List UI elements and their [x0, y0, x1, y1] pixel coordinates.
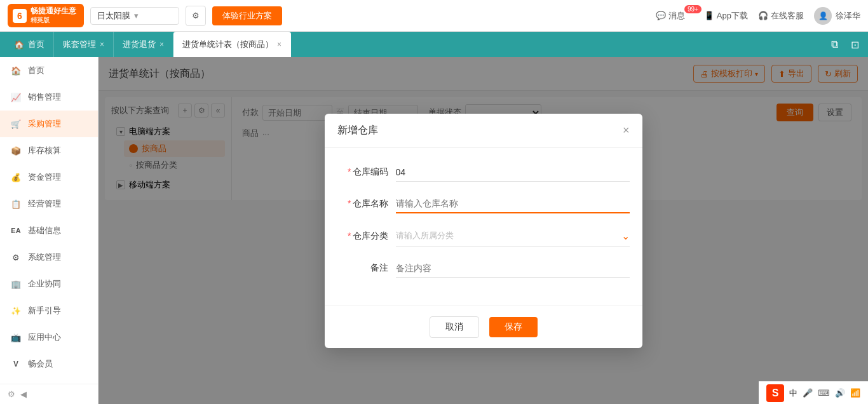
tab-purchase-stats-close[interactable]: ×: [277, 40, 281, 49]
keyboard-icon[interactable]: ⌨: [818, 388, 830, 398]
tab-bar-right: ⧉ ⊡: [827, 37, 863, 52]
sidebar-item-sales[interactable]: 📈 销售管理: [0, 84, 98, 111]
modal-close-button[interactable]: ×: [623, 125, 630, 136]
message-label: 消息: [668, 10, 685, 22]
sidebar-label-member: 畅会员: [28, 358, 53, 370]
top-right-area: 💬 消息 99+ 📱 App下载 🎧 在线客服 👤 徐泽华: [656, 7, 860, 25]
sidebar-item-home[interactable]: 🏠 首页: [0, 57, 98, 84]
app-download[interactable]: 📱 App下载: [704, 10, 748, 22]
sidebar-settings-icon[interactable]: ⚙: [8, 389, 15, 399]
username: 徐泽华: [836, 10, 860, 22]
logo-sub-text: 精英版: [31, 16, 76, 25]
system-icon: ⚙: [10, 252, 22, 263]
network-icon[interactable]: 📶: [850, 388, 860, 398]
tab-purchase-stats[interactable]: 进货单统计表（按商品） ×: [173, 32, 291, 57]
modal-title: 新增仓库: [337, 124, 378, 137]
trial-button[interactable]: 体验行业方案: [212, 6, 282, 25]
sales-icon: 📈: [10, 91, 22, 103]
member-icon: V: [10, 358, 22, 370]
sidebar-item-member[interactable]: V 畅会员: [0, 351, 98, 377]
sidebar-label-inventory: 库存核算: [28, 145, 61, 156]
speaker-icon[interactable]: 🔊: [835, 388, 845, 398]
home-tab-label: 首页: [28, 39, 44, 50]
appcenter-icon: 📺: [10, 332, 22, 343]
tab-purchase-return-close[interactable]: ×: [159, 40, 164, 49]
sidebar-item-finance[interactable]: 💰 资金管理: [0, 164, 98, 191]
gear-icon: ⚙: [192, 11, 200, 20]
sidebar-item-guide[interactable]: ✨ 新手引导: [0, 297, 98, 324]
logo-main-text: 畅捷通好生意: [31, 6, 76, 17]
message-badge[interactable]: 💬 消息 99+: [656, 10, 694, 22]
user-avatar: 👤: [814, 7, 832, 25]
window-fullscreen-btn[interactable]: ⊡: [847, 37, 863, 52]
sidebar-item-inventory[interactable]: 📦 库存核算: [0, 137, 98, 164]
required-mark-name: *: [348, 198, 351, 208]
sidebar-item-basic[interactable]: EA 基础信息: [0, 217, 98, 244]
tab-purchase-return-label: 进货退货: [123, 39, 156, 50]
tab-account-label: 账套管理: [63, 39, 96, 50]
tab-account-close[interactable]: ×: [100, 40, 104, 49]
tab-bar: 🏠 首页 账套管理 × 进货退货 × 进货单统计表（按商品） × ⧉ ⊡: [0, 32, 868, 57]
finance-icon: 💰: [10, 172, 22, 183]
logo-icon: 6: [13, 9, 27, 23]
sidebar-item-purchase[interactable]: 🛒 采购管理: [0, 111, 98, 137]
form-label-code: *仓库编码: [337, 166, 388, 178]
app-download-label: App下载: [717, 10, 748, 22]
modal-overlay: 新增仓库 × *仓库编码 *仓库名称: [98, 57, 868, 404]
sidebar-label-guide: 新手引导: [28, 305, 61, 316]
new-warehouse-modal: 新增仓库 × *仓库编码 *仓库名称: [325, 114, 642, 348]
store-name: 日太阳膜: [97, 10, 130, 22]
tab-home[interactable]: 🏠 首页: [5, 32, 54, 57]
content-area: 进货单统计（按商品） 🖨 按模板打印 ▾ ⬆ 导出 ↻ 刷新: [98, 57, 868, 404]
warehouse-code-input[interactable]: [396, 163, 630, 182]
form-row-note: 备注: [337, 259, 630, 278]
required-mark-code: *: [348, 166, 351, 177]
top-bar: 6 畅捷通好生意 精英版 日太阳膜 ▾ ⚙ 体验行业方案 💬 消息 99+ 📱 …: [0, 0, 868, 32]
headset-icon: 🎧: [758, 11, 768, 20]
sidebar-bottom: ⚙ ◀: [0, 384, 98, 404]
warehouse-category-select[interactable]: 请输入所属分类 ⌄: [396, 226, 630, 246]
bottom-right-bar: S 中 🎤 ⌨ 🔊 📶: [759, 381, 868, 404]
form-label-category: *仓库分类: [337, 231, 388, 242]
sidebar-item-operations[interactable]: 📋 经营管理: [0, 191, 98, 217]
home-tab-icon: 🏠: [14, 40, 24, 50]
inventory-icon: 📦: [10, 145, 22, 156]
sidebar-label-sales: 销售管理: [28, 91, 61, 103]
tab-purchase-stats-label: 进货单统计表（按商品）: [182, 39, 273, 50]
sidebar-sound-icon[interactable]: ◀: [20, 389, 27, 399]
sidebar-label-purchase: 采购管理: [28, 118, 61, 130]
basic-info-icon: EA: [10, 225, 22, 236]
store-selector[interactable]: 日太阳膜 ▾: [90, 7, 179, 25]
gear-button[interactable]: ⚙: [186, 6, 206, 26]
mic-icon[interactable]: 🎤: [803, 388, 813, 398]
purchase-icon: 🛒: [10, 118, 22, 130]
sidebar-label-home: 首页: [28, 65, 44, 76]
sidebar-label-system: 系统管理: [28, 252, 61, 263]
save-button[interactable]: 保存: [489, 317, 538, 337]
online-service[interactable]: 🎧 在线客服: [758, 10, 804, 22]
sidebar-item-system[interactable]: ⚙ 系统管理: [0, 244, 98, 271]
sidebar-label-basic: 基础信息: [28, 225, 61, 236]
enterprise-icon: 🏢: [10, 278, 22, 290]
window-restore-btn[interactable]: ⧉: [827, 37, 842, 51]
sidebar-label-appcenter: 应用中心: [28, 332, 61, 343]
form-row-category: *仓库分类 请输入所属分类 ⌄: [337, 226, 630, 246]
tab-purchase-return[interactable]: 进货退货 ×: [114, 32, 173, 57]
message-icon: 💬: [656, 11, 666, 20]
form-row-code: *仓库编码: [337, 163, 630, 182]
sidebar-label-enterprise: 企业协同: [28, 278, 61, 290]
s-logo: S: [766, 384, 784, 402]
sidebar-item-enterprise[interactable]: 🏢 企业协同: [0, 271, 98, 297]
cancel-button[interactable]: 取消: [430, 316, 479, 338]
warehouse-name-input[interactable]: [396, 194, 630, 213]
sidebar-label-finance: 资金管理: [28, 172, 61, 183]
warehouse-note-input[interactable]: [396, 259, 630, 278]
sidebar-item-appcenter[interactable]: 📺 应用中心: [0, 324, 98, 351]
required-mark-category: *: [348, 231, 351, 241]
modal-footer: 取消 保存: [325, 306, 642, 348]
sidebar: 🏠 首页 📈 销售管理 🛒 采购管理 📦 库存核算 💰 资金管理 📋 经营管理 …: [0, 57, 98, 404]
form-label-name: *仓库名称: [337, 198, 388, 210]
tab-account[interactable]: 账套管理 ×: [54, 32, 114, 57]
operations-icon: 📋: [10, 198, 22, 210]
user-info[interactable]: 👤 徐泽华: [814, 7, 860, 25]
